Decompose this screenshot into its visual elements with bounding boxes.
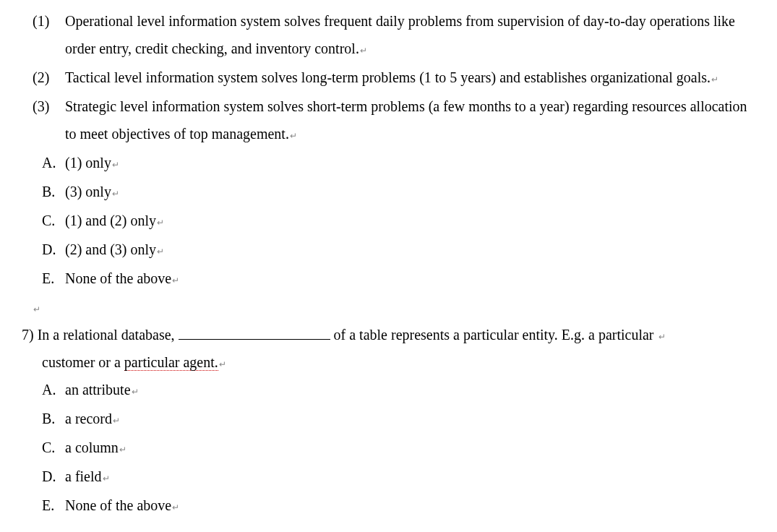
option-content: a field [65,468,102,484]
statement-num: (1) [33,7,65,62]
q7-line1: 7) In a relational database, of a table … [22,321,755,348]
option-c: C. (1) and (2) only↵ [42,207,755,234]
option-e: E. None of the above↵ [42,265,755,292]
option-text: (2) and (3) only↵ [65,236,755,263]
paragraph-break: ↵ [22,293,755,321]
fill-blank [179,325,330,340]
return-icon: ↵ [157,218,164,228]
statement-1: (1) Operational level information system… [33,7,755,62]
option-text: a column↵ [65,434,755,461]
option-text: an attribute↵ [65,376,755,403]
statement-content: Tactical level information system solves… [65,69,711,85]
return-icon: ↵ [119,445,126,455]
option-content: a column [65,439,119,455]
statement-num: (2) [33,64,65,91]
return-icon: ↵ [157,246,164,257]
return-icon: ↵ [290,131,297,141]
statement-2: (2) Tactical level information system so… [33,64,755,91]
return-icon: ↵ [711,74,718,85]
return-icon: ↵ [112,189,119,199]
option-letter: C. [42,207,65,234]
option-text: a field↵ [65,463,755,490]
option-d: D. (2) and (3) only↵ [42,236,755,263]
return-icon: ↵ [172,502,179,512]
q7-option-a: A. an attribute↵ [42,376,755,403]
statement-num: (3) [33,93,65,147]
statement-text: Tactical level information system solves… [65,64,755,91]
option-letter: B. [42,405,65,432]
option-letter: E. [42,265,65,292]
return-icon: ↵ [658,332,666,342]
option-content: (2) and (3) only [65,241,156,257]
option-a: A. (1) only↵ [42,149,755,176]
option-text: (1) and (2) only↵ [65,207,755,234]
statements-block: (1) Operational level information system… [22,7,755,147]
q6-options-block: A. (1) only↵ B. (3) only↵ C. (1) and (2)… [22,149,755,292]
option-letter: A. [42,149,65,176]
statement-content: Operational level information system sol… [65,13,735,56]
q7-post-text: of a table represents a particular entit… [330,327,658,343]
option-letter: D. [42,463,65,490]
option-letter: E. [42,492,65,519]
question-7: 7) In a relational database, of a table … [22,321,755,376]
option-text: a record↵ [65,405,755,432]
option-b: B. (3) only↵ [42,178,755,205]
option-text: (1) only↵ [65,149,755,176]
q7-pre-text: In a relational database, [38,327,179,343]
q7-option-e: E. None of the above↵ [42,492,755,519]
option-letter: D. [42,236,65,263]
return-icon: ↵ [103,473,110,484]
q7-option-b: B. a record↵ [42,405,755,432]
return-icon: ↵ [360,46,367,56]
option-text: None of the above↵ [65,492,755,519]
paragraph-break: ↵ [22,520,755,532]
q7-line2-pre: customer or a [42,354,124,370]
statement-text: Strategic level information system solve… [65,93,755,147]
statement-3: (3) Strategic level information system s… [33,93,755,147]
return-icon: ↵ [113,416,120,426]
return-icon: ↵ [219,359,226,369]
return-icon: ↵ [33,304,40,314]
option-content: None of the above [65,270,171,286]
option-text: (3) only↵ [65,178,755,205]
option-content: a record [65,411,112,426]
q7-options-block: A. an attribute↵ B. a record↵ C. a colum… [22,376,755,519]
option-letter: C. [42,434,65,461]
option-content: (3) only [65,184,111,200]
return-icon: ↵ [132,387,139,397]
q7-line2: customer or a particular agent.↵ [22,348,755,376]
option-content: an attribute [65,382,131,398]
option-letter: A. [42,376,65,403]
option-text: None of the above↵ [65,265,755,292]
q7-number: 7) [22,327,34,343]
option-content: (1) only [65,155,111,171]
statement-text: Operational level information system sol… [65,7,755,62]
option-content: None of the above [65,497,171,513]
option-content: (1) and (2) only [65,213,156,228]
q7-dotted-text: particular agent. [124,354,218,371]
q7-option-d: D. a field↵ [42,463,755,490]
return-icon: ↵ [112,160,119,170]
return-icon: ↵ [172,275,179,286]
q7-option-c: C. a column↵ [42,434,755,461]
option-letter: B. [42,178,65,205]
statement-content: Strategic level information system solve… [65,98,747,142]
